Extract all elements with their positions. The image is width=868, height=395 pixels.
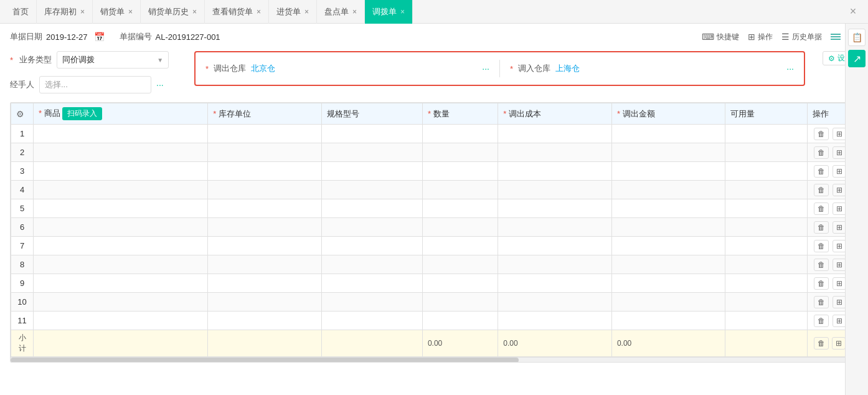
copy-row-5-button[interactable]: ⊞ [833, 202, 846, 215]
row-amount-11[interactable] [611, 312, 725, 330]
row-spec-7[interactable] [321, 237, 422, 255]
row-product-7[interactable] [34, 237, 208, 255]
row-qty-9[interactable] [422, 274, 498, 293]
row-qty-3[interactable] [422, 162, 498, 181]
delete-row-1-button[interactable]: 🗑 [814, 128, 829, 140]
delete-row-7-button[interactable]: 🗑 [814, 240, 829, 252]
history-button[interactable]: ☰ 历史单据 [781, 32, 822, 42]
copy-row-4-button[interactable]: ⊞ [833, 184, 846, 196]
row-available-6[interactable] [725, 218, 808, 237]
delete-row-3-button[interactable]: 🗑 [814, 165, 829, 178]
row-available-5[interactable] [725, 199, 808, 218]
tab-close-sales-order[interactable]: × [128, 7, 133, 16]
row-qty-2[interactable] [422, 143, 498, 162]
copy-row-7-button[interactable]: ⊞ [833, 240, 846, 252]
row-cost-3[interactable] [498, 162, 612, 181]
list-view-button[interactable] [831, 34, 841, 40]
row-available-8[interactable] [725, 255, 808, 274]
row-cost-7[interactable] [498, 237, 612, 255]
tab-home[interactable]: 首页 [5, 0, 37, 24]
row-spec-5[interactable] [321, 199, 422, 218]
row-available-3[interactable] [725, 162, 808, 181]
warehouse-in-value[interactable]: 上海仓 [555, 63, 781, 74]
row-cost-6[interactable] [498, 218, 612, 237]
row-product-11[interactable] [34, 312, 208, 330]
row-product-2[interactable] [34, 143, 208, 162]
tab-close-transfer-order[interactable]: × [400, 7, 405, 16]
warehouse-out-value[interactable]: 北京仓 [251, 63, 477, 74]
subtotal-delete-button[interactable]: 🗑 [814, 337, 829, 350]
warehouse-in-more-icon[interactable]: ··· [786, 64, 794, 74]
person-more-icon[interactable]: ··· [156, 80, 164, 90]
row-cost-11[interactable] [498, 312, 612, 330]
row-amount-6[interactable] [611, 218, 725, 237]
tab-close-purchase-order[interactable]: × [304, 7, 309, 16]
row-amount-10[interactable] [611, 293, 725, 312]
row-available-7[interactable] [725, 237, 808, 255]
row-unit-11[interactable] [208, 312, 322, 330]
row-available-1[interactable] [725, 125, 808, 143]
row-amount-3[interactable] [611, 162, 725, 181]
scrollbar-thumb[interactable] [11, 358, 519, 363]
row-unit-2[interactable] [208, 143, 322, 162]
row-product-10[interactable] [34, 293, 208, 312]
tab-close-inventory-init[interactable]: × [80, 7, 85, 16]
copy-row-3-button[interactable]: ⊞ [833, 165, 846, 178]
row-amount-5[interactable] [611, 199, 725, 218]
sidebar-export-button[interactable]: ↗ [848, 50, 866, 67]
row-spec-11[interactable] [321, 312, 422, 330]
delete-row-2-button[interactable]: 🗑 [814, 146, 829, 159]
row-qty-4[interactable] [422, 181, 498, 199]
person-chooser[interactable]: 选择... [39, 76, 151, 93]
row-product-3[interactable] [34, 162, 208, 181]
operations-button[interactable]: ⊞ 操作 [748, 32, 773, 42]
row-unit-6[interactable] [208, 218, 322, 237]
row-unit-7[interactable] [208, 237, 322, 255]
row-amount-8[interactable] [611, 255, 725, 274]
row-qty-11[interactable] [422, 312, 498, 330]
row-spec-9[interactable] [321, 274, 422, 293]
copy-row-8-button[interactable]: ⊞ [833, 259, 846, 271]
tab-sales-order[interactable]: 销货单 × [93, 0, 141, 24]
row-available-2[interactable] [725, 143, 808, 162]
row-spec-3[interactable] [321, 162, 422, 181]
row-product-9[interactable] [34, 274, 208, 293]
row-cost-8[interactable] [498, 255, 612, 274]
row-unit-10[interactable] [208, 293, 322, 312]
horizontal-scrollbar[interactable] [11, 357, 857, 362]
tab-purchase-order[interactable]: 进货单 × [269, 0, 317, 24]
calendar-icon[interactable]: 📅 [94, 32, 105, 42]
row-amount-9[interactable] [611, 274, 725, 293]
window-close-button[interactable]: × [843, 2, 863, 22]
row-cost-2[interactable] [498, 143, 612, 162]
tab-inventory-init[interactable]: 库存期初 × [37, 0, 93, 24]
copy-row-2-button[interactable]: ⊞ [833, 146, 846, 159]
row-spec-10[interactable] [321, 293, 422, 312]
row-spec-4[interactable] [321, 181, 422, 199]
row-available-9[interactable] [725, 274, 808, 293]
row-amount-1[interactable] [611, 125, 725, 143]
row-available-10[interactable] [725, 293, 808, 312]
delete-row-4-button[interactable]: 🗑 [814, 184, 829, 196]
row-qty-5[interactable] [422, 199, 498, 218]
copy-row-6-button[interactable]: ⊞ [833, 221, 846, 234]
row-amount-4[interactable] [611, 181, 725, 199]
row-unit-4[interactable] [208, 181, 322, 199]
row-product-6[interactable] [34, 218, 208, 237]
row-cost-9[interactable] [498, 274, 612, 293]
row-qty-1[interactable] [422, 125, 498, 143]
delete-row-5-button[interactable]: 🗑 [814, 202, 829, 215]
row-unit-5[interactable] [208, 199, 322, 218]
row-spec-6[interactable] [321, 218, 422, 237]
copy-row-9-button[interactable]: ⊞ [833, 277, 846, 290]
tab-close-inventory-check[interactable]: × [352, 7, 357, 16]
copy-row-11-button[interactable]: ⊞ [833, 315, 846, 327]
row-amount-2[interactable] [611, 143, 725, 162]
tab-inventory-check[interactable]: 盘点单 × [317, 0, 365, 24]
row-product-1[interactable] [34, 125, 208, 143]
sidebar-doc-button[interactable]: 📋 [848, 29, 866, 46]
row-amount-7[interactable] [611, 237, 725, 255]
business-type-select[interactable]: 同价调拨 ▼ [57, 51, 169, 69]
row-product-5[interactable] [34, 199, 208, 218]
row-cost-4[interactable] [498, 181, 612, 199]
